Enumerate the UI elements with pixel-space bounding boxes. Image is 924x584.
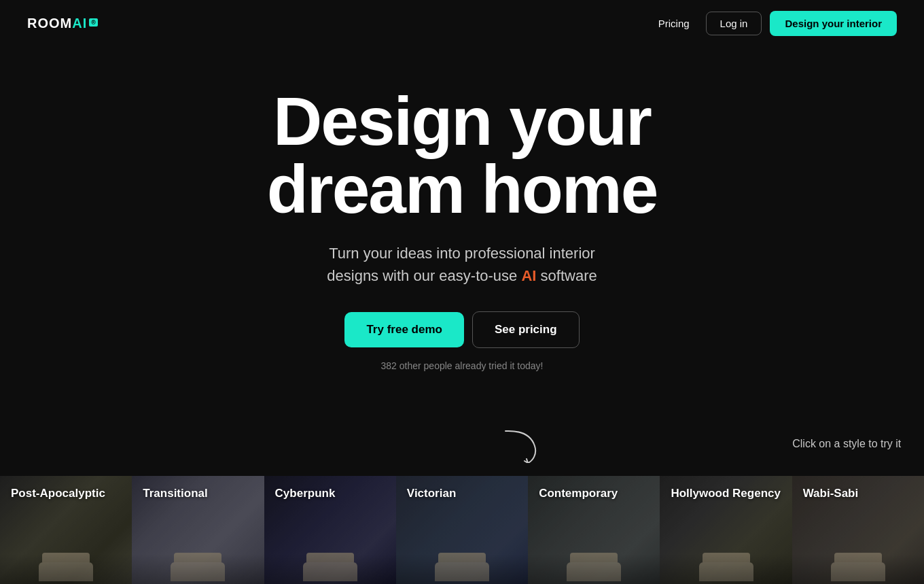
try-demo-button[interactable]: Try free demo xyxy=(344,312,464,347)
style-label-hollywood-regency: Hollywood Regency xyxy=(671,487,781,500)
hero-section: Design your dream home Turn your ideas i… xyxy=(0,46,924,398)
hero-ai-word: AI xyxy=(521,267,536,284)
sofa-decoration xyxy=(699,562,753,581)
hero-title-line1: Design your xyxy=(273,83,651,159)
style-card-transitional[interactable]: Transitional xyxy=(132,476,264,584)
arrow-hint xyxy=(502,426,539,463)
room-detail xyxy=(264,562,396,581)
nav-pricing-link[interactable]: Pricing xyxy=(650,12,698,35)
style-label-cyberpunk: Cyberpunk xyxy=(275,487,336,500)
style-label-contemporary: Contemporary xyxy=(539,487,618,500)
hero-subtitle: Turn your ideas into professional interi… xyxy=(27,242,897,287)
hero-subtitle-after: software xyxy=(541,267,597,284)
room-detail xyxy=(660,562,792,581)
nav-design-cta-button[interactable]: Design your interior xyxy=(770,11,897,36)
style-label-transitional: Transitional xyxy=(143,487,207,500)
room-detail xyxy=(396,562,528,581)
sofa-decoration xyxy=(39,562,93,581)
styles-section: Click on a style to try it Post-Apocalyp… xyxy=(0,426,924,584)
navbar: ROOMAI ® Pricing Log in Design your inte… xyxy=(0,0,924,46)
nav-login-button[interactable]: Log in xyxy=(706,12,762,35)
room-detail xyxy=(528,562,660,581)
nav-right: Pricing Log in Design your interior xyxy=(650,11,897,36)
room-detail xyxy=(0,562,132,581)
logo[interactable]: ROOMAI ® xyxy=(27,16,98,31)
logo-text: ROOMAI xyxy=(27,16,87,31)
hero-subtitle-before: Turn your ideas into professional interi… xyxy=(329,245,595,262)
hero-title: Design your dream home xyxy=(27,87,897,223)
logo-badge: ® xyxy=(89,18,98,27)
sofa-decoration xyxy=(567,562,621,581)
hero-buttons: Try free demo See pricing xyxy=(27,311,897,348)
hero-subtitle-middle: designs with our easy-to-use xyxy=(327,267,517,284)
styles-hint-text: Click on a style to try it xyxy=(792,438,901,450)
styles-strip: Post-ApocalypticTransitionalCyberpunkVic… xyxy=(0,476,924,584)
style-card-wabi-sabi[interactable]: Wabi-Sabi xyxy=(792,476,924,584)
sofa-decoration xyxy=(831,562,885,581)
style-card-post-apocalyptic[interactable]: Post-Apocalyptic xyxy=(0,476,132,584)
see-pricing-button[interactable]: See pricing xyxy=(472,311,580,348)
style-card-hollywood-regency[interactable]: Hollywood Regency xyxy=(660,476,792,584)
hero-title-line2: dream home xyxy=(267,151,658,227)
social-proof-text: 382 other people already tried it today! xyxy=(27,360,897,371)
style-card-contemporary[interactable]: Contemporary xyxy=(528,476,660,584)
style-label-wabi-sabi: Wabi-Sabi xyxy=(803,487,859,500)
sofa-decoration xyxy=(303,562,357,581)
room-detail xyxy=(792,562,924,581)
style-card-victorian[interactable]: Victorian xyxy=(396,476,528,584)
room-detail xyxy=(132,562,264,581)
styles-hint-container: Click on a style to try it xyxy=(0,426,924,464)
sofa-decoration xyxy=(435,562,489,581)
sofa-decoration xyxy=(171,562,225,581)
style-label-post-apocalyptic: Post-Apocalyptic xyxy=(11,487,105,500)
style-card-cyberpunk[interactable]: Cyberpunk xyxy=(264,476,396,584)
style-label-victorian: Victorian xyxy=(407,487,456,500)
